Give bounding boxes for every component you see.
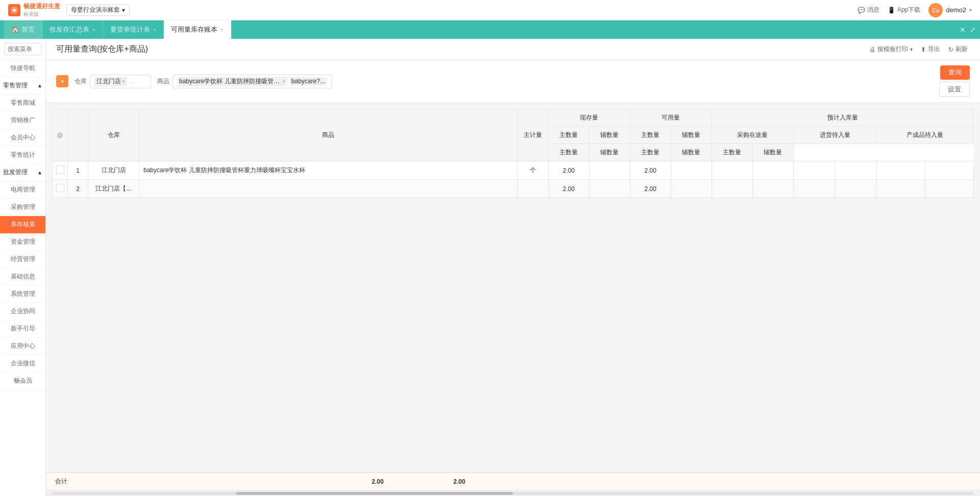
product-tag-2: babycare?... bbox=[289, 77, 327, 85]
data-table: ⚙ 仓库 商品 主计量 现存量 可用量 预计入库量 主数量 辅数量 主数量 bbox=[52, 109, 974, 198]
th-settings[interactable]: ⚙ bbox=[53, 109, 68, 161]
warehouse-tag-close[interactable]: × bbox=[122, 79, 125, 84]
top-bar-left: 畅捷通好生意 标准版 母婴行业演示账套 ▾ bbox=[8, 2, 130, 18]
td-finished-main-2 bbox=[876, 180, 925, 198]
sidebar-item-marketing[interactable]: 营销推广 bbox=[0, 112, 45, 129]
sidebar-item-member-center[interactable]: 会员中心 bbox=[0, 129, 45, 147]
td-purchase-main-2 bbox=[712, 180, 752, 198]
table-row: 1 江北门店 babycare学饮杯 儿童防摔防撞吸管杯重力球吸嘴杯宝宝水杯 个… bbox=[53, 161, 974, 180]
chevron-down-icon: ▾ bbox=[122, 7, 125, 14]
product-tag-1-close[interactable]: × bbox=[282, 79, 285, 84]
product-filter-label: 商品 bbox=[157, 77, 169, 86]
sidebar-item-enterprise-collab[interactable]: 企业协同 bbox=[0, 303, 45, 320]
table-container: ⚙ 仓库 商品 主计量 现存量 可用量 预计入库量 主数量 辅数量 主数量 bbox=[46, 103, 980, 472]
td-unit-2 bbox=[518, 180, 548, 198]
td-finished-aux-2 bbox=[925, 180, 973, 198]
logo-icon bbox=[8, 4, 20, 16]
td-available-aux-1 bbox=[671, 161, 712, 180]
tab-receivable[interactable]: 收发存汇总表 × bbox=[42, 20, 103, 39]
sidebar: 快捷导航 零售管理 ▲ 零售商城 营销推广 会员中心 零售统计 批发管理 ▲ 电… bbox=[0, 39, 46, 496]
warehouse-filter-tags[interactable]: 江北门店 × ... bbox=[90, 75, 151, 88]
scroll-bar-thumb[interactable] bbox=[236, 492, 513, 495]
export-icon: ⬆ bbox=[921, 46, 926, 53]
tab-receivable-label: 收发存汇总表 bbox=[50, 25, 89, 34]
search-input[interactable] bbox=[4, 43, 41, 55]
query-actions: 查询 设置 bbox=[939, 65, 970, 97]
th-warehouse: 仓库 bbox=[88, 109, 139, 161]
tab-order-stat-close[interactable]: × bbox=[153, 27, 156, 33]
footer-available-total: 2.00 bbox=[439, 478, 480, 485]
td-checkbox[interactable] bbox=[53, 161, 68, 180]
sidebar-search bbox=[0, 39, 45, 60]
expand-tabs-btn[interactable]: ⤢ bbox=[970, 26, 976, 34]
avatar: Ea bbox=[928, 3, 943, 17]
warehouse-more-dots: ... bbox=[129, 78, 134, 85]
th-purchase-aux: 辅数量 bbox=[589, 144, 630, 161]
refresh-btn[interactable]: ↻ 刷新 bbox=[946, 44, 970, 55]
sidebar-item-zero-sale-mall[interactable]: 零售商城 bbox=[0, 95, 45, 112]
export-btn[interactable]: ⬆ 导出 bbox=[919, 44, 942, 55]
filter-bar: » 仓库 江北门店 × ... 商品 babycare学饮杯 儿童防摔防撞吸管杯… bbox=[46, 60, 980, 103]
sidebar-item-quick-nav[interactable]: 快捷导航 bbox=[0, 60, 45, 77]
product-filter-tags[interactable]: babycare学饮杯 儿童防摔防撞吸管杯重力球吸嘴杯宝宝水杯 × babyca… bbox=[173, 75, 332, 88]
td-inbound-main-1 bbox=[793, 161, 835, 180]
sidebar-item-app-center[interactable]: 应用中心 bbox=[0, 338, 45, 355]
industry-selector[interactable]: 母婴行业演示账套 ▾ bbox=[66, 4, 130, 16]
th-product: 商品 bbox=[139, 109, 518, 161]
sidebar-item-purchase-mgmt[interactable]: 采购管理 bbox=[0, 199, 45, 216]
th-purchase-in-transit: 采购在途量 bbox=[712, 127, 793, 144]
td-product-1: babycare学饮杯 儿童防摔防撞吸管杯重力球吸嘴杯宝宝水杯 bbox=[139, 161, 518, 180]
sidebar-item-stock-check[interactable]: 库存核算 bbox=[0, 216, 45, 233]
th-inbound-aux: 辅数量 bbox=[671, 144, 712, 161]
td-checkbox-2[interactable] bbox=[53, 180, 68, 198]
username-label: demo2 bbox=[946, 6, 966, 14]
tab-order-stat[interactable]: 要货单统计表 × bbox=[103, 20, 164, 39]
sidebar-item-finance-mgmt[interactable]: 资金管理 bbox=[0, 233, 45, 251]
td-warehouse-2: 江北门店【... bbox=[88, 180, 139, 198]
print-btn[interactable]: 🖨 按模板打印 ▾ bbox=[867, 44, 915, 55]
user-area[interactable]: Ea demo2 ▾ bbox=[928, 3, 972, 17]
filter-expand-btn[interactable]: » bbox=[56, 75, 68, 87]
footer-row: 合计 2.00 2.00 bbox=[52, 477, 974, 486]
page-actions: 🖨 按模板打印 ▾ ⬆ 导出 ↻ 刷新 bbox=[867, 44, 970, 55]
product-tag-1: babycare学饮杯 儿童防摔防撞吸管杯重力球吸嘴杯宝宝水杯 × bbox=[177, 77, 287, 86]
query-btn[interactable]: 查询 bbox=[940, 65, 970, 80]
th-main-unit: 主计量 bbox=[518, 109, 548, 161]
sidebar-item-batch-mgmt[interactable]: 批发管理 ▲ bbox=[0, 164, 45, 181]
tab-available-stock[interactable]: 可用量库存账本 × bbox=[164, 20, 231, 39]
message-btn[interactable]: 💬 消息 bbox=[857, 6, 879, 14]
warehouse-filter-group: 仓库 江北门店 × ... bbox=[75, 75, 151, 88]
sidebar-item-zero-sale-mgmt[interactable]: 零售管理 ▲ bbox=[0, 77, 45, 95]
close-all-tabs-btn[interactable]: ✕ bbox=[960, 26, 966, 34]
sidebar-item-ecom-mgmt[interactable]: 电商管理 bbox=[0, 181, 45, 199]
tab-available-stock-close[interactable]: × bbox=[220, 27, 224, 33]
th-finished-aux: 辅数量 bbox=[752, 144, 793, 161]
main-layout: 快捷导航 零售管理 ▲ 零售商城 营销推广 会员中心 零售统计 批发管理 ▲ 电… bbox=[0, 39, 980, 496]
tab-home[interactable]: 🏠 首页 bbox=[4, 20, 42, 39]
page-title: 可用量查询(按仓库+商品) bbox=[56, 44, 148, 55]
tab-receivable-close[interactable]: × bbox=[92, 27, 95, 33]
nav-tab-actions: ✕ ⤢ bbox=[955, 20, 980, 39]
td-current-aux-2 bbox=[589, 180, 630, 198]
sidebar-item-biz-mgmt[interactable]: 经营管理 bbox=[0, 251, 45, 268]
td-available-main-1: 2.00 bbox=[630, 161, 671, 180]
message-icon: 💬 bbox=[857, 7, 865, 14]
sidebar-item-zero-sale-stat[interactable]: 零售统计 bbox=[0, 147, 45, 164]
app-download-btn[interactable]: 📱 App下载 bbox=[888, 6, 920, 14]
sidebar-item-new-guide[interactable]: 新手引导 bbox=[0, 320, 45, 338]
sidebar-item-sys-mgmt[interactable]: 系统管理 bbox=[0, 286, 45, 303]
th-current-main-qty: 主数量 bbox=[548, 127, 589, 144]
sidebar-item-member[interactable]: 畅会员 bbox=[0, 372, 45, 390]
sidebar-item-base-info[interactable]: 基础信息 bbox=[0, 268, 45, 286]
td-warehouse-1: 江北门店 bbox=[88, 161, 139, 180]
tab-order-stat-label: 要货单统计表 bbox=[110, 25, 150, 34]
nav-tabs: 🏠 首页 收发存汇总表 × 要货单统计表 × 可用量库存账本 × ✕ ⤢ bbox=[0, 20, 980, 39]
settings-btn[interactable]: 设置 bbox=[939, 82, 970, 97]
th-available-aux-qty: 辅数量 bbox=[671, 127, 712, 144]
warehouse-filter-label: 仓库 bbox=[75, 77, 87, 86]
td-inbound-aux-2 bbox=[835, 180, 877, 198]
scroll-bar-area[interactable] bbox=[46, 490, 980, 496]
th-current-aux-qty: 辅数量 bbox=[589, 127, 630, 144]
sidebar-item-enterprise-wechat[interactable]: 企业微信 bbox=[0, 355, 45, 372]
settings-gear-icon[interactable]: ⚙ bbox=[57, 131, 63, 139]
